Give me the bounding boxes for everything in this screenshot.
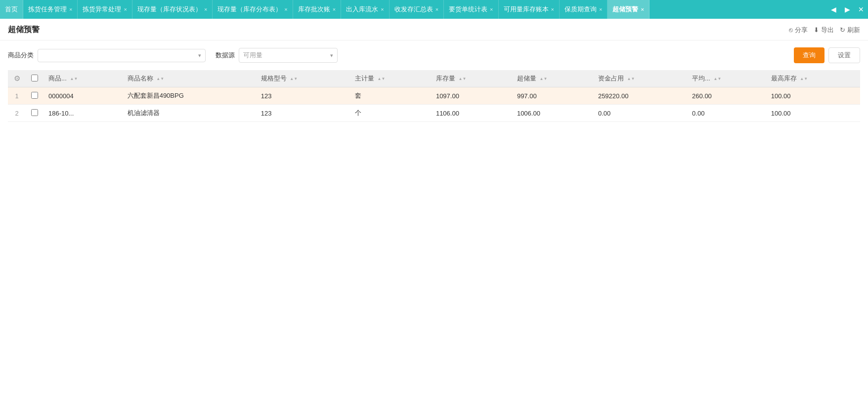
nav-task-mgmt[interactable]: 拣货任务管理 × [23,0,78,19]
nav-inout-flow[interactable]: 出入库流水 × [341,0,389,19]
row-stock: 1106.00 [431,105,512,122]
row-unit: 个 [350,105,431,122]
row-unit: 套 [350,87,431,105]
row-avg: 0.00 [687,105,766,122]
export-icon: ⬇ [814,26,819,34]
row-commodity-code: 0000004 [43,87,123,105]
nav-abnormal[interactable]: 拣货异常处理 × [78,0,132,19]
page-header: 超储预警 ⎋ 分享 ⬇ 导出 ↻ 刷新 [0,19,868,40]
sort-icon-max-stock: ▲▼ [800,77,808,81]
nav-overstock-warning[interactable]: 超储预警 × [608,0,649,19]
filter-actions: 查询 设置 [794,47,860,63]
row-num: 1 [8,87,26,105]
filter-commodity-category-label: 商品分类 [8,51,34,60]
row-stock: 1097.00 [431,87,512,105]
sort-icon-commodity-code: ▲▼ [70,77,78,81]
close-task-mgmt[interactable]: × [69,6,72,12]
table-row: 1 0000004 六配套新昌490BPG 123 套 1097.00 997.… [8,87,860,105]
close-recv-send[interactable]: × [435,6,438,12]
nav-order-stats[interactable]: 要货单统计表 × [444,0,498,19]
sort-icon-stock: ▲▼ [459,77,467,81]
row-capital-occ: 0.00 [593,105,687,122]
close-avail-account[interactable]: × [551,6,554,12]
row-commodity-name: 机油滤清器 [123,105,256,122]
row-spec: 123 [256,105,350,122]
gear-icon[interactable]: ⚙ [14,74,20,82]
overstock-table: ⚙ 商品... ▲▼ 商品名称 ▲▼ 规格型号 ▲▼ [8,70,860,122]
filter-data-source-label: 数据源 [216,51,235,60]
data-source-select[interactable]: 可用量 ▾ [239,48,338,63]
row-overstock: 997.00 [512,87,593,105]
sort-icon-spec: ▲▼ [290,77,298,81]
share-button[interactable]: ⎋ 分享 [789,26,808,35]
row-num: 2 [8,105,26,122]
filter-data-source: 数据源 可用量 ▾ [216,48,338,63]
export-button[interactable]: ⬇ 导出 [814,26,834,35]
filter-bar: 商品分类 ▾ 数据源 可用量 ▾ 查询 设置 [0,40,868,70]
nav-inventory-status[interactable]: 现存量（库存状况表） × [132,0,213,19]
nav-arrows: ◀ ▶ ✕ [826,0,868,19]
commodity-category-select[interactable]: ▾ [38,49,206,62]
table-checkbox-header[interactable] [26,70,43,87]
close-inout-flow[interactable]: × [381,6,384,12]
refresh-icon: ↻ [840,26,845,34]
nav-inventory-dist[interactable]: 现存量（库存分布表） × [213,0,293,19]
col-overstock[interactable]: 超储量 ▲▼ [512,70,593,87]
close-overstock-warning[interactable]: × [641,6,644,12]
page-container: 超储预警 ⎋ 分享 ⬇ 导出 ↻ 刷新 商品分类 ▾ 数据源 [0,19,868,395]
close-order-stats[interactable]: × [490,6,493,12]
nav-avail-account[interactable]: 可用量库存账本 × [499,0,560,19]
col-commodity-code[interactable]: 商品... ▲▼ [43,70,123,87]
row-max-stock: 100.00 [766,87,860,105]
nav-batch-account[interactable]: 库存批次账 × [293,0,341,19]
close-abnormal[interactable]: × [124,6,127,12]
col-commodity-name[interactable]: 商品名称 ▲▼ [123,70,256,87]
close-batch-account[interactable]: × [333,6,336,12]
table-row: 2 186-10... 机油滤清器 123 个 1106.00 1006.00 … [8,105,860,122]
share-icon: ⎋ [789,26,793,34]
col-avg[interactable]: 平均... ▲▼ [687,70,766,87]
nav-prev-button[interactable]: ◀ [826,0,840,19]
close-quality-check[interactable]: × [599,6,602,12]
settings-button[interactable]: 设置 [828,47,860,63]
row-commodity-code: 186-10... [43,105,123,122]
nav-next-button[interactable]: ▶ [840,0,854,19]
nav-close-all-button[interactable]: ✕ [854,0,868,19]
sort-icon-overstock: ▲▼ [540,77,548,81]
sort-icon-commodity-name: ▲▼ [156,77,164,81]
col-max-stock[interactable]: 最高库存 ▲▼ [766,70,860,87]
row-capital-occ: 259220.00 [593,87,687,105]
row-commodity-name: 六配套新昌490BPG [123,87,256,105]
sort-icon-unit: ▲▼ [378,77,386,81]
row-checkbox[interactable] [31,92,38,99]
nav-home[interactable]: 首页 [0,0,23,19]
col-unit[interactable]: 主计量 ▲▼ [350,70,431,87]
table-header-row: ⚙ 商品... ▲▼ 商品名称 ▲▼ 规格型号 ▲▼ [8,70,860,87]
table-container: ⚙ 商品... ▲▼ 商品名称 ▲▼ 规格型号 ▲▼ [0,70,868,122]
row-checkbox-cell [26,87,43,105]
query-button[interactable]: 查询 [794,47,825,63]
filter-commodity-category: 商品分类 ▾ [8,49,206,62]
row-max-stock: 100.00 [766,105,860,122]
top-navigation: 首页 拣货任务管理 × 拣货异常处理 × 现存量（库存状况表） × 现存量（库存… [0,0,868,19]
header-actions: ⎋ 分享 ⬇ 导出 ↻ 刷新 [789,26,860,35]
close-inventory-status[interactable]: × [204,6,207,12]
row-checkbox-cell [26,105,43,122]
select-all-checkbox[interactable] [31,75,38,81]
row-avg: 260.00 [687,87,766,105]
chevron-down-icon-2: ▾ [330,52,333,59]
table-settings-header[interactable]: ⚙ [8,70,26,87]
sort-icon-avg: ▲▼ [714,77,722,81]
data-source-value: 可用量 [243,51,262,60]
row-checkbox[interactable] [31,109,38,116]
close-inventory-dist[interactable]: × [284,6,287,12]
col-stock[interactable]: 库存量 ▲▼ [431,70,512,87]
sort-icon-capital-occ: ▲▼ [627,77,635,81]
refresh-button[interactable]: ↻ 刷新 [840,26,860,35]
page-title: 超储预警 [8,25,40,35]
nav-quality-check[interactable]: 保质期查询 × [560,0,608,19]
nav-recv-send[interactable]: 收发存汇总表 × [390,0,444,19]
row-overstock: 1006.00 [512,105,593,122]
col-capital-occ[interactable]: 资金占用 ▲▼ [593,70,687,87]
col-spec[interactable]: 规格型号 ▲▼ [256,70,350,87]
